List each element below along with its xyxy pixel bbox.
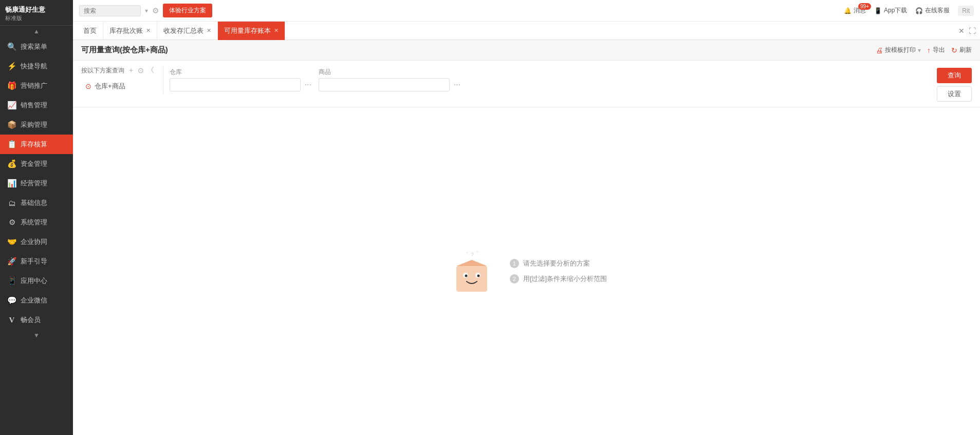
goods-filter-field: 商品 ··· (319, 68, 463, 91)
tab-available-account[interactable]: 可用量库存账本 ✕ (218, 22, 285, 40)
breadcrumb-search-input[interactable] (79, 5, 141, 16)
sidebar-item-label: 新手引导 (21, 257, 47, 266)
warehouse-more-button[interactable]: ··· (303, 80, 313, 89)
sidebar-item-shortcut[interactable]: ⚡ 快捷导航 (0, 56, 73, 76)
sidebar-item-basics[interactable]: 🗂 基础信息 (0, 193, 73, 213)
sidebar-item-label: 经营管理 (21, 179, 47, 188)
operations-icon: 📊 (7, 179, 16, 188)
scheme-settings-button[interactable]: ⊙ (138, 66, 144, 74)
settings-button[interactable]: 设置 (937, 86, 972, 102)
export-label: 导出 (933, 46, 945, 54)
goods-input-row: ··· (319, 78, 463, 91)
sidebar: 畅康通好生意 标准版 ▲ 🔍 搜索菜单 ⚡ 快捷导航 🎁 营销推广 📈 销售管理… (0, 0, 73, 435)
empty-state: ? ? ? 1 请先选择要分析的方案 2 用[过滤]条件来缩小分析范围 (73, 107, 980, 435)
sidebar-item-label: 资金管理 (21, 159, 47, 168)
sidebar-item-marketing[interactable]: 🎁 营销推广 (0, 76, 73, 96)
settings-gear-icon[interactable]: ⚙ (152, 6, 159, 15)
sidebar-item-finance[interactable]: 💰 资金管理 (0, 154, 73, 174)
filter-area: 按以下方案查询 ＋ ⊙ 《 ⊙ 仓库+商品 仓库 ··· 商品 (73, 61, 980, 107)
top-header: ▾ ⚙ 体验行业方案 🔔 消息 99+ 📱 App下载 🎧 在线客服 Rit (73, 0, 980, 22)
app-download-link[interactable]: 📱 App下载 (874, 6, 907, 15)
sidebar-item-label: 销售管理 (21, 101, 47, 110)
sidebar-item-inventory[interactable]: 📋 库存核算 (0, 135, 73, 154)
export-icon: ↑ (927, 46, 931, 54)
page-title: 可用量查询(按仓库+商品) (81, 45, 168, 55)
notice-badge: 99+ (858, 3, 871, 10)
sidebar-item-sales[interactable]: 📈 销售管理 (0, 96, 73, 115)
sidebar-item-search[interactable]: 🔍 搜索菜单 (0, 37, 73, 56)
print-dropdown-icon[interactable]: ▾ (918, 47, 921, 54)
tabs-actions: ✕ ⛶ (958, 27, 976, 35)
tab-receipt-summary-label: 收发存汇总表 (163, 26, 204, 35)
industry-solution-button[interactable]: 体验行业方案 (163, 4, 212, 17)
refresh-label: 刷新 (959, 46, 972, 54)
print-label: 按模板打印 (885, 46, 916, 54)
sidebar-scroll-up[interactable]: ▲ (0, 26, 73, 37)
tab-available-account-close[interactable]: ✕ (274, 27, 279, 34)
sidebar-item-purchase[interactable]: 📦 采购管理 (0, 115, 73, 135)
tab-batch-account[interactable]: 库存批次账 ✕ (103, 22, 157, 40)
scheme-item-warehouse-goods[interactable]: ⊙ 仓库+商品 (81, 79, 157, 93)
newbie-icon: 🚀 (7, 257, 16, 266)
svg-text:?: ? (476, 250, 478, 255)
warehouse-input[interactable] (170, 78, 301, 91)
filter-scheme-header: 按以下方案查询 ＋ ⊙ 《 (81, 66, 157, 75)
sidebar-item-label: 快捷导航 (21, 62, 47, 71)
goods-more-button[interactable]: ··· (452, 80, 463, 89)
sidebar-item-label: 系统管理 (21, 218, 47, 227)
online-service-link[interactable]: 🎧 在线客服 (915, 6, 950, 15)
goods-field-label: 商品 (319, 68, 463, 77)
wechat-icon: 💬 (7, 296, 16, 305)
collapse-scheme-button[interactable]: 《 (147, 66, 154, 75)
goods-input[interactable] (319, 78, 450, 91)
sidebar-item-label: 库存核算 (21, 140, 47, 149)
purchase-icon: 📦 (7, 120, 16, 129)
query-action-buttons: 查询 设置 (937, 66, 972, 102)
tab-batch-account-close[interactable]: ✕ (146, 27, 151, 34)
tab-expand-icon[interactable]: ⛶ (969, 27, 976, 35)
svg-text:?: ? (466, 251, 468, 256)
tab-home[interactable]: 首页 (77, 22, 103, 40)
search-icon: 🔍 (7, 42, 16, 51)
breadcrumb-dropdown-icon[interactable]: ▾ (145, 7, 148, 14)
tip-number-2: 2 (510, 274, 519, 283)
filter-scheme-panel: 按以下方案查询 ＋ ⊙ 《 ⊙ 仓库+商品 (81, 66, 163, 93)
user-area[interactable]: Rit (958, 6, 974, 16)
sidebar-scroll-down[interactable]: ▼ (0, 330, 73, 341)
filter-fields: 仓库 ··· 商品 ··· (170, 66, 931, 91)
page-header: 可用量查询(按仓库+商品) 🖨 按模板打印 ▾ ↑ 导出 ↻ 刷新 (73, 40, 980, 61)
app-version: 标准版 (5, 14, 68, 22)
notice-button[interactable]: 🔔 消息 99+ (844, 6, 866, 15)
sidebar-item-system[interactable]: ⚙ 系统管理 (0, 213, 73, 232)
sidebar-item-wechat[interactable]: 💬 企业微信 (0, 291, 73, 310)
sidebar-item-operations[interactable]: 📊 经营管理 (0, 174, 73, 193)
finance-icon: 💰 (7, 159, 16, 168)
notice-bell-icon: 🔔 (844, 7, 852, 14)
svg-text:?: ? (471, 252, 474, 258)
empty-tip-1: 1 请先选择要分析的方案 (510, 259, 607, 268)
sidebar-item-enterprise[interactable]: 🤝 企业协同 (0, 232, 73, 252)
app-download-label: App下载 (884, 6, 907, 15)
sidebar-item-label: 畅会员 (21, 315, 41, 325)
tab-close-all-icon[interactable]: ✕ (958, 27, 965, 35)
tab-available-account-label: 可用量库存账本 (224, 26, 271, 35)
tip-text-1: 请先选择要分析的方案 (523, 259, 590, 268)
svg-point-4 (477, 275, 479, 277)
sidebar-item-label: 企业微信 (21, 296, 47, 305)
add-scheme-button[interactable]: ＋ (127, 66, 135, 75)
scheme-dot-icon: ⊙ (85, 82, 91, 90)
phone-icon: 📱 (874, 7, 882, 14)
sidebar-item-newbie[interactable]: 🚀 新手引导 (0, 252, 73, 271)
query-button[interactable]: 查询 (937, 68, 972, 83)
sidebar-item-member[interactable]: V 畅会员 (0, 310, 73, 330)
refresh-action[interactable]: ↻ 刷新 (951, 46, 972, 54)
tab-receipt-summary[interactable]: 收发存汇总表 ✕ (157, 22, 218, 40)
export-action[interactable]: ↑ 导出 (927, 46, 945, 54)
app-name: 畅康通好生意 (5, 5, 68, 14)
print-action[interactable]: 🖨 按模板打印 ▾ (876, 46, 921, 54)
tab-receipt-summary-close[interactable]: ✕ (207, 27, 211, 34)
sales-icon: 📈 (7, 101, 16, 110)
filter-scheme-label: 按以下方案查询 (81, 66, 124, 75)
inventory-icon: 📋 (7, 140, 16, 149)
sidebar-item-app-center[interactable]: 📱 应用中心 (0, 271, 73, 291)
